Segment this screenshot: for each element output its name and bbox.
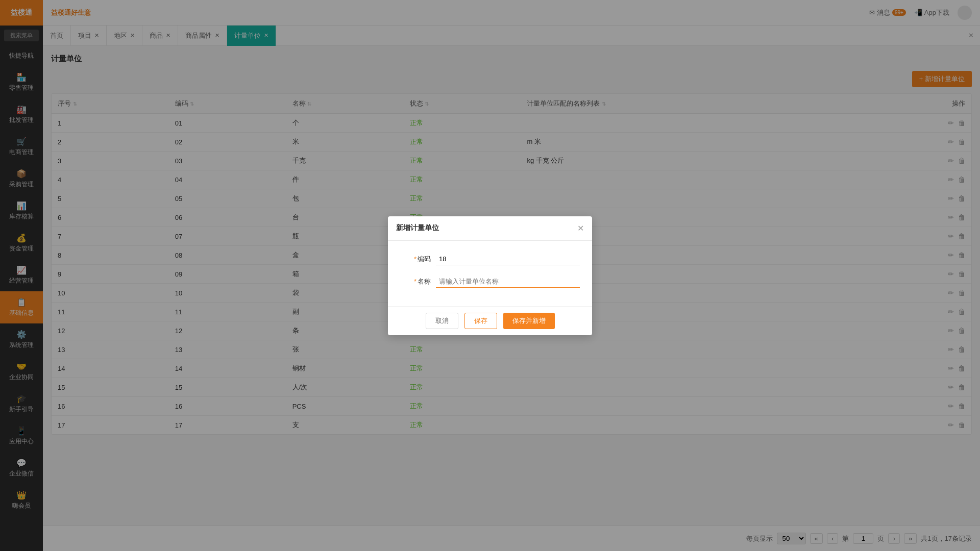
name-input[interactable] <box>436 276 580 288</box>
modal-close-button[interactable]: ✕ <box>577 223 584 233</box>
cancel-button[interactable]: 取消 <box>426 313 458 329</box>
code-input[interactable] <box>436 253 580 265</box>
modal-title: 新增计量单位 <box>396 223 439 233</box>
form-row-code: *编码 <box>400 253 580 265</box>
modal-overlay[interactable]: 新增计量单位 ✕ *编码 *名称 取消 保存 保存并新增 <box>0 0 980 551</box>
save-button[interactable]: 保存 <box>464 313 497 329</box>
modal-body: *编码 *名称 <box>388 241 592 306</box>
modal-header: 新增计量单位 ✕ <box>388 216 592 241</box>
modal-footer: 取消 保存 保存并新增 <box>388 306 592 335</box>
form-row-name: *名称 <box>400 276 580 288</box>
code-label: *编码 <box>400 255 431 264</box>
add-unit-modal: 新增计量单位 ✕ *编码 *名称 取消 保存 保存并新增 <box>388 216 592 335</box>
save-and-new-button[interactable]: 保存并新增 <box>503 313 555 329</box>
name-label: *名称 <box>400 277 431 286</box>
